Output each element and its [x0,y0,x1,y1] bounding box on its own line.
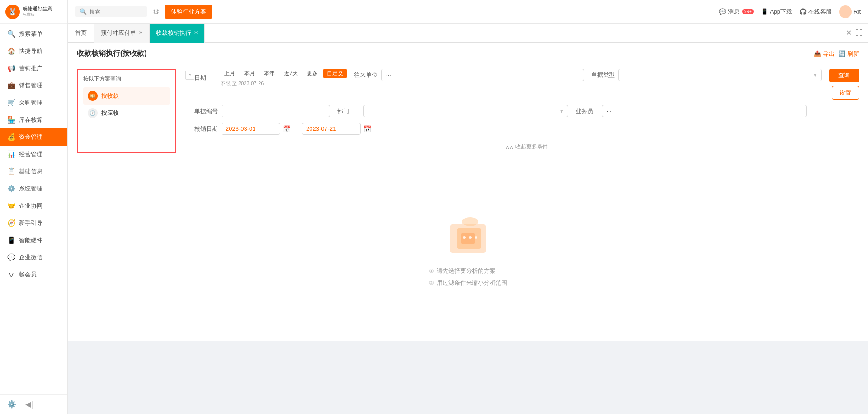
sidebar-item-purchase[interactable]: 🛒 采购管理 [0,94,67,111]
app-download-item[interactable]: 📱 App下载 [761,8,792,16]
settings-icon[interactable]: ⚙️ [7,400,16,409]
shortcut-custom[interactable]: 自定义 [323,69,347,78]
sidebar-item-operations-label: 经营管理 [19,150,42,158]
tabbar: 首页 预付冲应付单 ✕ 收款核销执行 ✕ ✕ ⛶ [68,24,868,43]
topbar: 🔍 ⚙ 体验行业方案 💬 消息 99+ 📱 App下载 🎧 在线客服 Rit [68,0,868,24]
messages-badge: 99+ [742,9,754,14]
finance-icon: 💰 [7,133,15,141]
date-shortcut-group: 上月 本月 本年 近7天 更多 自定义 [221,69,347,78]
bill-number-input[interactable] [222,105,330,117]
collapse-more-btn[interactable]: ∧∧ 收起更多条件 [194,140,859,153]
tab-receipt[interactable]: 收款核销执行 ✕ [150,24,205,43]
sidebar-item-sales[interactable]: 💼 销售管理 [0,77,67,94]
solution-button[interactable]: 体验行业方案 [165,5,212,19]
sidebar-item-basics[interactable]: 📋 基础信息 [0,163,67,180]
sidebar-item-system[interactable]: ⚙️ 系统管理 [0,180,67,197]
tab-home[interactable]: 首页 [68,24,94,43]
sidebar-item-guide[interactable]: 🧭 新手引导 [0,214,67,232]
sales-icon: 💼 [7,81,15,90]
cal-from-icon[interactable]: 📅 [283,125,291,133]
collapse-sidebar-icon[interactable]: ◀‖ [25,400,34,409]
sidebar-item-system-label: 系统管理 [19,185,42,193]
collapse-filter-button[interactable]: « [185,71,194,80]
tab-receipt-close-icon[interactable]: ✕ [194,30,198,36]
svg-point-4 [463,236,466,239]
sidebar-item-hardware[interactable]: 📱 智能硬件 [0,232,67,249]
filter-option-by-receipt[interactable]: 💴 按收款 [83,87,170,105]
sidebar-item-enterprise[interactable]: 🤝 企业协同 [0,197,67,214]
verification-date-from[interactable] [222,123,280,135]
tab-close-all-icon[interactable]: ✕ [846,29,852,37]
search-input[interactable] [90,9,139,15]
search-icon: 🔍 [7,30,15,38]
department-label: 部门 [337,107,360,115]
shortcut-this-month[interactable]: 本月 [241,69,259,78]
department-field: 部门 ▾ [337,105,568,117]
sidebar-item-purchase-label: 采购管理 [19,99,42,107]
partner-dots: ··· [386,71,391,78]
app-download-label: App下载 [770,8,792,16]
sidebar-item-inventory-label: 库存核算 [19,116,42,124]
system-icon: ⚙️ [7,185,15,193]
marketing-icon: 📢 [7,64,15,72]
shortcut-7days[interactable]: 近7天 [280,69,302,78]
cal-to-icon[interactable]: 📅 [363,125,371,133]
partner-select[interactable]: ··· [381,69,585,81]
tab-prepay-close-icon[interactable]: ✕ [139,30,143,36]
sidebar-item-finance[interactable]: 💰 资金管理 [0,128,67,146]
content-area: 收款核销执行(按收款) 📤 导出 🔄 刷新 按以下方案查询 💴 按收款 [68,43,868,414]
svg-rect-2 [461,233,475,244]
staff-select[interactable]: ··· [602,105,807,117]
sidebar-item-operations[interactable]: 📊 经营管理 [0,146,67,163]
app-edition: 标准版 [23,12,52,18]
partner-label: 往来单位 [354,71,377,79]
purchase-icon: 🛒 [7,99,15,107]
filter-option-receivable-label: 按应收 [101,109,119,117]
shortcut-more[interactable]: 更多 [303,69,321,78]
vip-icon: V [7,271,15,279]
sidebar-item-marketing[interactable]: 📢 营销推广 [0,60,67,77]
filter-option-by-receivable[interactable]: 🕐 按应收 [83,105,170,122]
verification-date-to[interactable] [302,123,361,135]
online-service-item[interactable]: 🎧 在线客服 [799,8,832,16]
sidebar-item-wechat[interactable]: 💬 企业微信 [0,249,67,266]
filter-method-title: 按以下方案查询 [83,75,170,83]
sidebar-item-vip[interactable]: V 畅会员 [0,266,67,283]
bill-number-label: 单据编号 [194,107,218,115]
department-select[interactable]: ▾ [363,105,568,117]
user-avatar-item[interactable]: Rit [839,5,861,18]
export-icon: 📤 [814,50,821,57]
tab-expand-icon[interactable]: ⛶ [855,29,863,37]
bill-type-field: 单据类型 ▾ [591,69,822,81]
settings-button[interactable]: 设置 [832,86,859,100]
messages-item[interactable]: 💬 消息 99+ [719,8,754,16]
query-button[interactable]: 查询 [829,69,859,82]
sidebar-menu: 🔍 搜索菜单 🏠 快捷导航 📢 营销推广 💼 销售管理 🛒 采购管理 🏪 库存核… [0,24,67,394]
bill-type-select[interactable]: ▾ [618,69,822,81]
refresh-button[interactable]: 🔄 刷新 [838,50,859,58]
page-title: 收款核销执行(按收款) [77,49,147,58]
empty-text: ① 请先选择要分析的方案 ② 用过滤条件来缩小分析范围 [429,265,507,289]
sidebar-item-search[interactable]: 🔍 搜索菜单 [0,25,67,43]
hint-text-1: 请先选择要分析的方案 [437,265,495,277]
operations-icon: 📊 [7,150,15,158]
sidebar-item-inventory[interactable]: 🏪 库存核算 [0,111,67,128]
svg-point-3 [462,217,478,226]
tab-prepay[interactable]: 预付冲应付单 ✕ [94,24,150,43]
tab-actions: ✕ ⛶ [846,29,868,37]
refresh-icon: 🔄 [838,50,845,57]
app-name: 畅捷通好生意 [23,5,52,12]
export-button[interactable]: 📤 导出 [814,50,835,58]
shortcut-last-month[interactable]: 上月 [221,69,239,78]
shortcut-this-year[interactable]: 本年 [260,69,278,78]
svg-point-5 [469,236,472,239]
sidebar-item-quicknav[interactable]: 🏠 快捷导航 [0,43,67,60]
sidebar: 🐰 畅捷通好生意 标准版 🔍 搜索菜单 🏠 快捷导航 📢 营销推广 💼 销售管理… [0,0,68,414]
topbar-search-box[interactable]: 🔍 [75,6,147,17]
inventory-icon: 🏪 [7,116,15,124]
verification-date-field: 核销日期 📅 — 📅 [194,123,371,135]
settings-gear-icon[interactable]: ⚙ [153,7,159,16]
filter-row-3: 核销日期 📅 — 📅 [194,123,859,135]
user-name-label: Rit [854,8,861,15]
staff-dots: ··· [607,108,612,114]
